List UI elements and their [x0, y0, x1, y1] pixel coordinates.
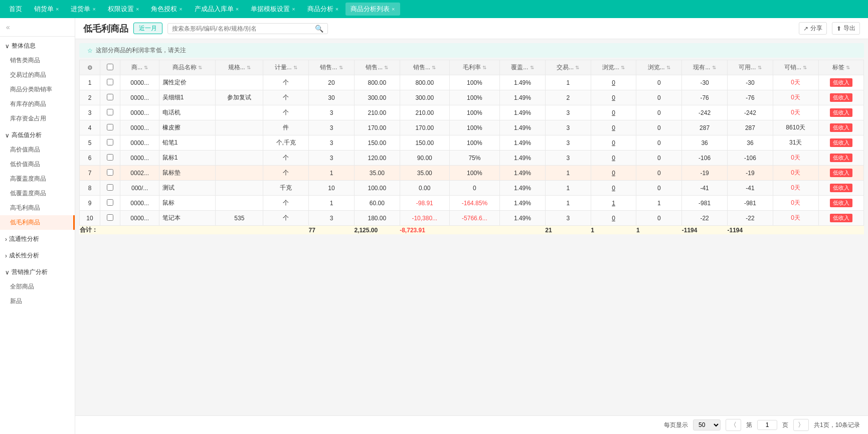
- row-select-checkbox[interactable]: [107, 139, 113, 146]
- col-name[interactable]: 商品名称 ⇅: [159, 60, 216, 75]
- sidebar-item-high-coverage[interactable]: 高覆盖度商品: [0, 172, 75, 186]
- nav-close-purchase[interactable]: ×: [92, 6, 95, 12]
- sidebar-item-high-value[interactable]: 高价值商品: [0, 142, 75, 157]
- sidebar-item-stocked-goods[interactable]: 有库存的商品: [0, 97, 75, 111]
- nav-item-home[interactable]: 首页: [4, 3, 27, 16]
- sidebar-item-category-rate[interactable]: 商品分类助销率: [0, 82, 75, 97]
- sidebar-item-all-goods[interactable]: 全部商品: [0, 279, 75, 294]
- row-checkbox[interactable]: [100, 196, 120, 211]
- prev-page-btn[interactable]: 〈: [726, 419, 741, 431]
- row-checkbox[interactable]: [100, 120, 120, 135]
- row-checkbox[interactable]: [100, 90, 120, 105]
- row-checkbox[interactable]: [100, 166, 120, 181]
- nav-item-products[interactable]: 产成品入库单 ×: [190, 3, 244, 16]
- sidebar-item-sales-goods[interactable]: 销售类商品: [0, 53, 75, 68]
- row-select-checkbox[interactable]: [107, 79, 113, 85]
- nav-close-roles[interactable]: ×: [179, 6, 182, 12]
- col-sale-qty[interactable]: 销售... ⇅: [309, 60, 355, 75]
- row-checkbox[interactable]: [100, 151, 120, 166]
- filter-recent-month-btn[interactable]: 近一月: [133, 23, 162, 34]
- search-icon[interactable]: 🔍: [315, 25, 323, 33]
- row-unit: 个: [263, 166, 309, 181]
- export-button[interactable]: ⬆ 导出: [832, 22, 860, 35]
- share-button[interactable]: ↗ 分享: [799, 22, 827, 35]
- arrow-down-icon: ∨: [5, 43, 10, 50]
- nav-item-analysis[interactable]: 商品分析 ×: [302, 3, 343, 16]
- col-sale-amount[interactable]: 销售... ⇅: [400, 60, 449, 75]
- sidebar-section-value: ∨ 高低值分析 高价值商品 低价值商品 高覆盖度商品 低覆盖度商品 高毛利商品 …: [0, 128, 75, 230]
- nav-close-templates[interactable]: ×: [292, 6, 295, 12]
- row-coverage: 1.49%: [500, 90, 546, 105]
- page-size-select[interactable]: 50 100 200: [693, 419, 721, 430]
- col-gross-margin[interactable]: 毛利率 ⇅: [449, 60, 499, 75]
- nav-item-permissions[interactable]: 权限设置 ×: [103, 3, 144, 16]
- sidebar-section-title-growth[interactable]: › 成长性分析: [0, 248, 75, 263]
- nav-item-purchase[interactable]: 进货单 ×: [66, 3, 100, 16]
- col-available[interactable]: 可用... ⇅: [728, 60, 773, 75]
- row-select-checkbox[interactable]: [107, 184, 113, 191]
- table-row: 1 0000... 属性定价 个 20 800.00 800.00 100% 1…: [80, 75, 864, 90]
- nav-close-sales[interactable]: ×: [56, 6, 59, 12]
- nav-item-roles[interactable]: 角色授权 ×: [146, 3, 187, 16]
- sidebar-item-low-margin[interactable]: 低毛利商品: [0, 215, 75, 230]
- row-select-checkbox[interactable]: [107, 214, 113, 221]
- row-select-checkbox[interactable]: [107, 109, 113, 115]
- col-view2[interactable]: 浏览... ⇅: [636, 60, 682, 75]
- row-checkbox[interactable]: [100, 181, 120, 196]
- row-select-checkbox[interactable]: [107, 169, 113, 176]
- row-sale-price: 170.00: [354, 120, 400, 135]
- row-checkbox[interactable]: [100, 105, 120, 120]
- sidebar-item-high-margin[interactable]: 高毛利商品: [0, 201, 75, 215]
- nav-item-templates[interactable]: 单据模板设置 ×: [246, 3, 300, 16]
- footer-current: -1194: [682, 226, 728, 235]
- sidebar-section-title-value[interactable]: ∨ 高低值分析: [0, 128, 75, 142]
- page-input[interactable]: [757, 420, 777, 430]
- row-name: 橡皮擦: [159, 120, 216, 135]
- row-select-checkbox[interactable]: [107, 94, 113, 100]
- sidebar-item-new-goods[interactable]: 新品: [0, 294, 75, 309]
- row-name: 吴细细1: [159, 90, 216, 105]
- row-checkbox[interactable]: [100, 211, 120, 226]
- row-checkbox[interactable]: [100, 135, 120, 151]
- col-sale-price[interactable]: 销售... ⇅: [354, 60, 400, 75]
- row-view2: 0: [636, 135, 682, 151]
- next-page-btn[interactable]: 〉: [793, 419, 809, 431]
- row-checkbox[interactable]: [100, 75, 120, 90]
- sidebar-item-low-value[interactable]: 低价值商品: [0, 157, 75, 172]
- sidebar-section-title-marketing[interactable]: ∨ 营销推广分析: [0, 265, 75, 279]
- col-spec[interactable]: 规格... ⇅: [216, 60, 263, 75]
- nav-close-products[interactable]: ×: [236, 6, 239, 12]
- sidebar-section-title-overview[interactable]: ∨ 整体信息: [0, 39, 75, 53]
- footer-empty1: [449, 226, 499, 235]
- nav-item-analysis-list[interactable]: 商品分析列表 ×: [345, 3, 400, 16]
- col-checkbox[interactable]: [100, 60, 120, 75]
- col-trade-count[interactable]: 交易... ⇅: [545, 60, 591, 75]
- sidebar-item-traded-goods[interactable]: 交易过的商品: [0, 68, 75, 82]
- row-select-checkbox[interactable]: [107, 199, 113, 206]
- sidebar-collapse-btn[interactable]: «: [4, 21, 12, 33]
- row-select-checkbox[interactable]: [107, 124, 113, 130]
- row-sale-qty: 3: [309, 151, 355, 166]
- col-current[interactable]: 现有... ⇅: [682, 60, 728, 75]
- col-unit[interactable]: 计量... ⇅: [263, 60, 309, 75]
- nav-item-sales[interactable]: 销货单 ×: [29, 3, 64, 16]
- sidebar-section-title-circulation[interactable]: › 流通性分析: [0, 232, 75, 246]
- nav-close-analysis[interactable]: ×: [335, 6, 338, 12]
- nav-close-analysis-list[interactable]: ×: [392, 6, 395, 12]
- page-size-label: 每页显示: [664, 421, 688, 429]
- search-input[interactable]: [172, 25, 315, 32]
- nav-close-permissions[interactable]: ×: [136, 6, 139, 12]
- col-settings[interactable]: ⚙: [80, 60, 100, 75]
- col-code[interactable]: 商... ⇅: [120, 60, 159, 75]
- col-coverage[interactable]: 覆盖... ⇅: [500, 60, 546, 75]
- sidebar-item-low-coverage[interactable]: 低覆盖度商品: [0, 186, 75, 201]
- col-saleable[interactable]: 可销... ⇅: [773, 60, 818, 75]
- row-view2: 0: [636, 105, 682, 120]
- nav-label-purchase: 进货单: [71, 5, 90, 14]
- select-all-checkbox[interactable]: [107, 64, 113, 70]
- col-view1[interactable]: 浏览... ⇅: [591, 60, 636, 75]
- sidebar-item-capital[interactable]: 库存资金占用: [0, 111, 75, 126]
- row-unit: 千克: [263, 181, 309, 196]
- row-select-checkbox[interactable]: [107, 154, 113, 161]
- col-tag[interactable]: 标签 ⇅: [818, 60, 863, 75]
